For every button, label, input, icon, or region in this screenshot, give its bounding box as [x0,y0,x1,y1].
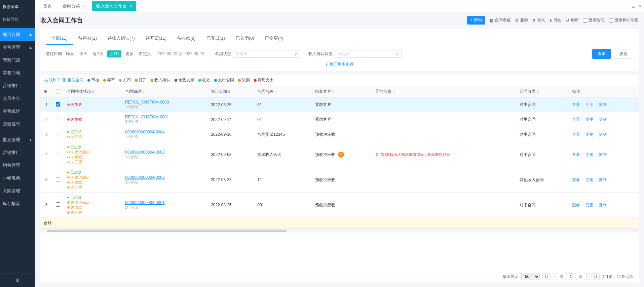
change-btn[interactable]: 变更 [585,132,594,137]
import-button[interactable]: ⬆ 导入 [532,17,545,23]
income-confirm-action-btn[interactable]: 收入确认 [151,77,171,83]
expense-action-btn[interactable]: 费用支出 [254,77,274,83]
th-contract-type[interactable]: 合同分类⇅ [516,86,569,97]
sidebar-nav[interactable]: 快捷导航 [0,14,35,25]
query-button[interactable]: 查询 [592,49,611,59]
payment-action-btn[interactable]: 收款 [198,77,210,83]
th-contract-name[interactable]: 合同名称⇅ [254,86,312,97]
purchase-action-btn[interactable]: 采购 [238,77,250,83]
status-tab-completed[interactable]: 已完成(1) [201,33,230,45]
row-checkbox[interactable] [56,132,60,136]
doc-status-select[interactable]: 请选择 ∨ [233,50,300,58]
prev-page-btn[interactable]: ⟨ [552,273,558,280]
change-btn[interactable]: 变更 [585,117,594,122]
copy-btn[interactable]: 复制 [599,177,607,183]
sidebar-item-inventory[interactable]: 库存核算 [0,197,35,210]
income-confirm-select[interactable]: 请选择 ∨ [335,50,402,58]
status-tab-pending-review[interactable]: 待审核(2) [73,33,102,45]
copy-btn[interactable]: 复制 [599,152,607,158]
setting-button[interactable]: 设置 [614,49,633,59]
th-settings[interactable]: ⚙ [40,86,52,97]
row-checkbox-cell[interactable] [52,112,64,127]
status-tab-pending-invoice[interactable]: 待开票(11) [140,33,172,45]
change-btn[interactable]: 变更 [585,102,594,108]
sidebar-item-retail-mgmt[interactable]: 零售管理 ▲ [0,41,35,54]
add-button[interactable]: + 新增 [467,16,485,25]
page-input[interactable] [565,273,577,280]
sidebar-search[interactable]: 搜索菜单 [0,0,35,14]
sidebar-item-purchase[interactable]: 采购管理 [0,184,35,197]
status-tab-all[interactable]: 全部(11) [46,33,73,45]
contract-board-button[interactable]: ▦ 合同看板 [489,17,511,23]
export-button[interactable]: ⬇ 导出 [549,17,562,23]
th-customer[interactable]: 结算客户⇅ [312,86,372,97]
tab-income-contract[interactable]: 收入合同工作台 × [92,1,136,11]
close-action-btn[interactable]: 关闭 [119,77,131,83]
window-restore-icon[interactable]: ⊡ [632,3,636,9]
contract-code-link[interactable]: 0000000000004-0002 [125,175,164,180]
change-btn[interactable]: 变更 [585,202,594,208]
sidebar-item-wholesale[interactable]: 批发管理 ▲ [0,133,35,146]
window-close-icon[interactable]: × [638,3,641,9]
status-tab-pending-confirm[interactable]: 待收入确认(7) [102,33,140,45]
expand-more-btn[interactable]: ∨ 展开更多条件 [46,62,633,67]
sidebar-item-retail-mall[interactable]: 零售商城 [0,67,35,79]
sidebar-item-sales-mgmt[interactable]: 销售管理 [0,159,35,172]
contract-code-link[interactable]: RETAIL_CUSTOM-0003 [125,100,169,105]
filter-last1month[interactable]: 近1月 [107,50,122,57]
row-checkbox-cell[interactable] [52,97,64,112]
sidebar-item-ecommerce[interactable]: 小畅电商 [0,172,35,184]
per-page-select[interactable]: 50 20 100 [521,273,540,280]
view-btn[interactable]: 查看 [572,102,580,108]
audit-action-btn[interactable]: 审核 [87,77,99,83]
tab-contract-category[interactable]: 合同分类 × [57,0,91,12]
copy-btn[interactable]: 复制 [599,102,607,108]
filter-more[interactable]: 更多 [124,50,135,57]
contract-code-link[interactable]: 0000000000004-0003 [125,150,164,155]
filter-yesterday[interactable]: 昨天 [65,50,75,57]
show-flag-detail-check[interactable] [609,18,613,23]
filter-last7days[interactable]: 近7天 [91,50,105,57]
contract-code-link[interactable]: 0000000000004-0004 [125,130,164,134]
settings-gear-icon[interactable]: ⚙ [3,277,32,284]
th-error-info[interactable]: 异常信息⇅ [372,86,516,97]
view-btn[interactable]: 查看 [572,177,580,183]
status-tab-closed[interactable]: 已关闭(0) [230,33,260,45]
row-checkbox-cell[interactable] [52,142,64,167]
th-checkbox[interactable] [52,86,64,97]
sidebar-item-base-info[interactable]: 基础信息 [0,118,35,130]
copy-btn[interactable]: 复制 [599,132,607,137]
row-checkbox-cell[interactable] [52,193,64,218]
support-contract-action-btn[interactable]: 支出合同 [214,77,234,83]
last-page-btn[interactable]: ⟩⟩ [592,273,600,280]
print-action-btn[interactable]: 打开 [135,77,147,83]
abandon-action-btn[interactable]: 弃审 [103,77,115,83]
th-sign-date[interactable]: 签订日期⇅ [207,86,254,97]
row-checkbox[interactable] [56,117,60,121]
sales-invoice-action-btn[interactable]: 销售发票 [175,77,194,83]
select-all-checkbox[interactable] [56,89,60,93]
row-checkbox[interactable] [56,152,60,156]
delete-button[interactable]: 🗑 删除 [515,17,528,23]
tab-home[interactable]: 首页 [38,0,57,12]
view-btn[interactable]: 查看 [572,117,580,122]
row-checkbox[interactable] [56,202,60,207]
sidebar-item-project[interactable]: 项目合同 ▶ [0,28,35,41]
contract-code-link[interactable]: 0000000000004-0001 [125,200,164,205]
change-btn[interactable]: 变更 [585,177,594,183]
view-btn[interactable]: 查看 [572,132,580,137]
th-contract-status[interactable]: 合同整体状态⇅ [64,86,122,97]
sidebar-item-smart-store[interactable]: 智慧门店 [0,54,35,67]
row-checkbox[interactable] [56,177,60,181]
sidebar-item-marketing2[interactable]: 营销推广 [0,146,35,159]
copy-btn[interactable]: 复制 [599,202,607,208]
first-page-btn[interactable]: ⟨⟨ [542,273,551,280]
view-btn[interactable]: 查看 [572,152,580,158]
close-tab-contract-category[interactable]: × [83,4,85,8]
show-stage-checkbox[interactable]: 显示阶段 [583,17,605,23]
row-checkbox[interactable] [56,102,60,107]
close-tab-income-contract[interactable]: × [130,4,132,8]
show-flag-detail-checkbox[interactable]: 显示标的明细 [609,17,639,23]
contract-code-link[interactable]: RETAIL_CUSTOM-0001 [125,115,169,119]
refresh-button[interactable]: ↺ 刷新 [566,17,579,23]
